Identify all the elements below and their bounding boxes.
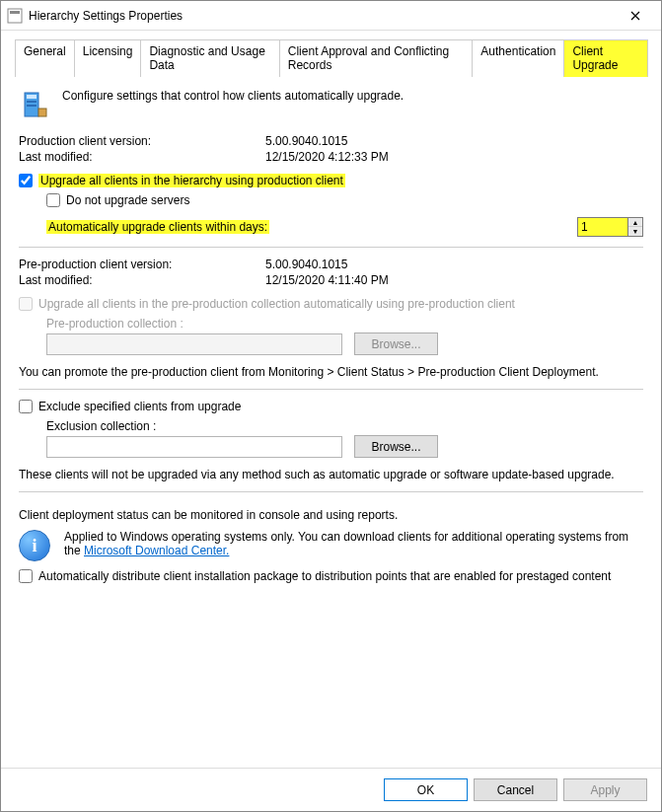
app-icon — [7, 8, 23, 24]
spinner-up-icon[interactable]: ▲ — [628, 218, 642, 227]
auto-upgrade-days-label: Automatically upgrade clients within day… — [46, 220, 269, 234]
auto-distribute-checkbox[interactable] — [19, 569, 33, 583]
preprod-modified-row: Last modified: 12/15/2020 4:11:40 PM — [19, 273, 643, 287]
download-center-link[interactable]: Microsoft Download Center. — [84, 544, 229, 557]
preprod-collection-label: Pre-production collection : — [46, 317, 643, 331]
preprod-browse-button: Browse... — [354, 332, 438, 355]
separator-2 — [19, 389, 643, 390]
svg-rect-5 — [27, 105, 37, 107]
prod-modified-value: 12/15/2020 4:12:33 PM — [265, 150, 643, 164]
svg-rect-4 — [27, 101, 37, 103]
tab-content: Configure settings that control how clie… — [1, 77, 661, 768]
tab-client-approval[interactable]: Client Approval and Conflicting Records — [279, 39, 474, 77]
ok-button[interactable]: OK — [384, 778, 468, 801]
preprod-version-value: 5.00.9040.1015 — [265, 258, 643, 271]
exclude-checkbox[interactable] — [19, 400, 33, 413]
window-title: Hierarchy Settings Properties — [29, 9, 616, 23]
auto-distribute-label: Automatically distribute client installa… — [38, 569, 611, 583]
tab-licensing[interactable]: Licensing — [74, 39, 142, 77]
preprod-version-label: Pre-production client version: — [19, 258, 265, 271]
svg-rect-1 — [10, 11, 20, 14]
days-spinner[interactable]: ▲ ▼ — [577, 217, 643, 237]
preprod-modified-value: 12/15/2020 4:11:40 PM — [265, 273, 643, 287]
upgrade-all-preprod-checkbox — [19, 297, 33, 311]
exclude-row: Exclude specified clients from upgrade — [19, 400, 643, 413]
tab-authentication[interactable]: Authentication — [472, 39, 564, 77]
prod-version-value: 5.00.9040.1015 — [265, 134, 643, 148]
preprod-collection-input — [46, 333, 342, 355]
close-button[interactable] — [616, 2, 655, 30]
prod-version-label: Production client version: — [19, 134, 265, 148]
exclusion-collection-row: Browse... — [46, 435, 643, 458]
tab-diagnostic[interactable]: Diagnostic and Usage Data — [140, 39, 279, 77]
apply-button: Apply — [563, 778, 647, 801]
separator-3 — [19, 491, 643, 492]
promote-note: You can promote the pre-production clien… — [19, 365, 643, 379]
no-servers-label: Do not upgrade servers — [66, 193, 189, 207]
exclusion-collection-input[interactable] — [46, 436, 342, 458]
prod-version-row: Production client version: 5.00.9040.101… — [19, 134, 643, 148]
upgrade-all-preprod-label: Upgrade all clients in the pre-productio… — [38, 297, 515, 311]
server-icon — [19, 89, 50, 120]
separator-1 — [19, 247, 643, 248]
preprod-modified-label: Last modified: — [19, 273, 265, 287]
exclusion-collection-label: Exclusion collection : — [46, 419, 643, 433]
titlebar: Hierarchy Settings Properties — [1, 1, 661, 31]
tab-general[interactable]: General — [15, 39, 75, 77]
exclude-note: These clients will not be upgraded via a… — [19, 468, 643, 481]
tab-strip: General Licensing Diagnostic and Usage D… — [1, 31, 661, 76]
upgrade-all-preprod-row: Upgrade all clients in the pre-productio… — [19, 297, 643, 311]
status-note: Client deployment status can be monitore… — [19, 508, 643, 522]
upgrade-all-prod-label: Upgrade all clients in the hierarchy usi… — [38, 174, 345, 187]
no-servers-checkbox[interactable] — [46, 193, 60, 207]
no-servers-row: Do not upgrade servers — [46, 193, 643, 207]
svg-rect-3 — [27, 95, 37, 99]
svg-rect-6 — [38, 109, 46, 116]
spinner-down-icon[interactable]: ▼ — [628, 227, 642, 236]
auto-upgrade-days-row: Automatically upgrade clients within day… — [46, 217, 643, 237]
preprod-collection-row: Browse... — [46, 332, 643, 355]
auto-distribute-row: Automatically distribute client installa… — [19, 569, 643, 583]
close-icon — [630, 11, 640, 21]
days-input[interactable] — [578, 218, 627, 236]
os-info-text: Applied to Windows operating systems onl… — [64, 530, 643, 557]
preprod-version-row: Pre-production client version: 5.00.9040… — [19, 258, 643, 271]
spinner-buttons: ▲ ▼ — [627, 218, 642, 236]
prod-modified-label: Last modified: — [19, 150, 265, 164]
dialog-footer: OK Cancel Apply — [1, 768, 661, 811]
tab-client-upgrade[interactable]: Client Upgrade — [563, 39, 648, 77]
exclusion-browse-button[interactable]: Browse... — [354, 435, 438, 458]
upgrade-all-prod-checkbox[interactable] — [19, 174, 33, 187]
upgrade-all-prod-row: Upgrade all clients in the hierarchy usi… — [19, 174, 643, 187]
prod-modified-row: Last modified: 12/15/2020 4:12:33 PM — [19, 150, 643, 164]
dialog-window: Hierarchy Settings Properties General Li… — [0, 0, 662, 812]
exclude-label: Exclude specified clients from upgrade — [38, 400, 241, 413]
intro-row: Configure settings that control how clie… — [19, 89, 643, 120]
cancel-button[interactable]: Cancel — [474, 778, 557, 801]
info-icon: i — [19, 530, 50, 561]
intro-text: Configure settings that control how clie… — [62, 89, 404, 103]
os-info-row: i Applied to Windows operating systems o… — [19, 530, 643, 561]
